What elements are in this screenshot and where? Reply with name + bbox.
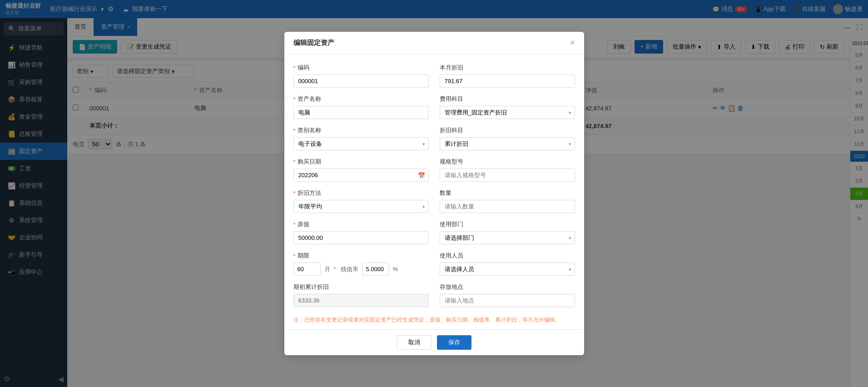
department-select-wrapper: 请选择部门 ▾ xyxy=(440,231,575,244)
form-row-period-residual: * 期限 月 * 残值率 % xyxy=(293,252,429,276)
person-label: 使用人员 xyxy=(440,252,575,260)
location-input[interactable] xyxy=(440,294,575,307)
original-value-label: * 原值 xyxy=(293,220,429,228)
form-row-monthly-dep: 本月折旧 xyxy=(440,64,575,88)
purchase-date-wrapper: 📅 xyxy=(293,169,429,182)
form-row-code: * 编码 xyxy=(293,64,429,88)
form-row-model: 规格型号 xyxy=(440,158,575,182)
person-select[interactable]: 请选择人员 xyxy=(440,263,575,276)
code-label: * 编码 xyxy=(293,64,429,72)
modal-header: 编辑固定资产 × xyxy=(284,32,584,55)
department-label: 使用部门 xyxy=(440,220,575,228)
period-input[interactable] xyxy=(293,263,321,276)
period-unit: 月 xyxy=(324,265,330,273)
dep-method-label: * 折旧方法 xyxy=(293,189,429,197)
person-select-wrapper: 请选择人员 ▾ xyxy=(440,263,575,276)
asset-name-label: * 资产名称 xyxy=(293,95,429,103)
monthly-dep-label: 本月折旧 xyxy=(440,64,575,72)
residual-rate-input[interactable] xyxy=(362,263,389,276)
form-row-dep-subject: 折旧科目 累计折旧 ▾ xyxy=(440,126,575,150)
residual-rate-label: 残值率 xyxy=(341,265,358,273)
quantity-label: 数量 xyxy=(440,189,575,197)
code-input[interactable] xyxy=(293,74,429,88)
modal-title: 编辑固定资产 xyxy=(293,39,334,47)
category-select-wrapper: 电子设备 ▾ xyxy=(293,137,429,150)
modal-footer: 取消 保存 xyxy=(284,329,584,355)
original-value-input[interactable] xyxy=(293,231,429,244)
asset-name-input[interactable] xyxy=(293,106,429,119)
expense-subject-label: 费用科目 xyxy=(440,95,575,103)
form-row-expense-subject: 费用科目 管理费用_固定资产折旧 ▾ xyxy=(440,95,575,119)
category-label: * 类别名称 xyxy=(293,126,429,134)
edit-asset-modal: 编辑固定资产 × * 编码 本月折旧 * 资产名称 xyxy=(284,32,584,355)
quantity-input[interactable] xyxy=(440,200,575,213)
location-label: 存放地点 xyxy=(440,283,575,291)
dep-subject-label: 折旧科目 xyxy=(440,126,575,134)
period-label: * 期限 xyxy=(293,252,429,260)
period-residual-inline: 月 * 残值率 % xyxy=(293,263,429,276)
form-row-category: * 类别名称 电子设备 ▾ xyxy=(293,126,429,150)
save-button[interactable]: 保存 xyxy=(437,335,471,350)
form-row-location: 存放地点 xyxy=(440,283,575,307)
model-input[interactable] xyxy=(440,169,575,182)
purchase-date-label: * 购买日期 xyxy=(293,158,429,166)
initial-accum-label: 期初累计折旧 xyxy=(293,283,429,291)
modal-body: * 编码 本月折旧 * 资产名称 费用科目 管理费 xyxy=(284,55,584,316)
category-select[interactable]: 电子设备 xyxy=(293,137,429,150)
form-row-original-value: * 原值 xyxy=(293,220,429,244)
form-row-person: 使用人员 请选择人员 ▾ xyxy=(440,252,575,276)
dep-subject-select[interactable]: 累计折旧 xyxy=(440,137,575,150)
calendar-icon[interactable]: 📅 xyxy=(418,172,425,179)
purchase-date-input[interactable] xyxy=(293,169,429,182)
initial-accum-input xyxy=(293,294,429,307)
expense-subject-select-wrapper: 管理费用_固定资产折旧 ▾ xyxy=(440,106,575,119)
form-row-purchase-date: * 购买日期 📅 xyxy=(293,158,429,182)
form-row-initial-accum: 期初累计折旧 xyxy=(293,283,429,307)
dep-method-select-wrapper: 年限平均 ▾ xyxy=(293,200,429,213)
form-row-department: 使用部门 请选择部门 ▾ xyxy=(440,220,575,244)
modal-note: 注：已经存在变更记录或者对应固定资产已经生成凭证，原值、购买日期、残值率、累计折… xyxy=(284,316,584,329)
cancel-button[interactable]: 取消 xyxy=(397,335,432,350)
department-select[interactable]: 请选择部门 xyxy=(440,231,575,244)
dep-subject-select-wrapper: 累计折旧 ▾ xyxy=(440,137,575,150)
residual-unit: % xyxy=(393,266,398,273)
form-row-dep-method: * 折旧方法 年限平均 ▾ xyxy=(293,189,429,213)
form-row-asset-name: * 资产名称 xyxy=(293,95,429,119)
dep-method-select[interactable]: 年限平均 xyxy=(293,200,429,213)
monthly-dep-input[interactable] xyxy=(440,74,575,88)
model-label: 规格型号 xyxy=(440,158,575,166)
modal-overlay: 编辑固定资产 × * 编码 本月折旧 * 资产名称 xyxy=(0,0,868,387)
form-row-quantity: 数量 xyxy=(440,189,575,213)
modal-close-btn[interactable]: × xyxy=(570,38,575,48)
expense-subject-select[interactable]: 管理费用_固定资产折旧 xyxy=(440,106,575,119)
